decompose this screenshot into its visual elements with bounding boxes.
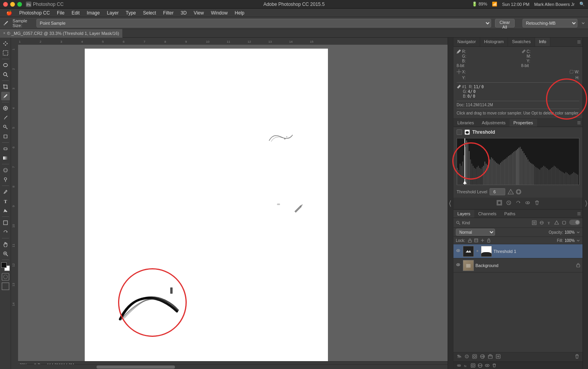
lock-all-icon[interactable] [486, 238, 491, 243]
panel-collapse-right[interactable] [583, 38, 588, 369]
maximize-button[interactable] [17, 2, 22, 7]
link-icon[interactable] [457, 363, 461, 368]
text-tool[interactable]: T [1, 197, 10, 205]
threshold-histogram[interactable] [457, 138, 579, 185]
fill-chevron-icon[interactable] [576, 238, 580, 242]
filter-type-btn[interactable]: T [546, 220, 552, 226]
trash-icon[interactable] [492, 363, 497, 368]
layers-panel-menu-icon[interactable] [577, 212, 581, 216]
minimize-button[interactable] [10, 2, 15, 7]
fx-icon[interactable]: fx [464, 363, 468, 368]
layer-visibility-background[interactable] [456, 262, 461, 268]
quick-mask-button[interactable] [1, 273, 10, 281]
visibility-btn[interactable] [524, 199, 531, 207]
dodge-tool[interactable] [1, 175, 10, 184]
eyedropper-tool[interactable] [1, 92, 10, 100]
panel-menu-icon[interactable] [577, 40, 581, 44]
link-layers-btn[interactable] [457, 354, 461, 360]
doc-tab-close[interactable]: × [3, 31, 5, 35]
menu-window[interactable]: Window [208, 9, 231, 16]
window-controls[interactable]: Ps Photoshop CC [3, 2, 64, 7]
tab-adjustments[interactable]: Adjustments [478, 119, 510, 127]
blur-tool[interactable] [1, 166, 10, 175]
move-tool[interactable] [1, 39, 10, 48]
sample-size-select[interactable]: Point Sample [36, 19, 491, 27]
filter-adjust-btn[interactable] [539, 220, 545, 226]
new-layer-btn[interactable] [496, 354, 501, 360]
delete-layer-btn[interactable] [575, 354, 579, 360]
search-icon[interactable]: 🔍 [579, 2, 585, 7]
filter-pixel-btn[interactable] [531, 220, 537, 226]
tab-libraries[interactable]: Libraries [453, 119, 478, 127]
filter-shape-btn[interactable] [553, 220, 560, 226]
clear-all-button[interactable]: Clear All [495, 19, 515, 27]
horizontal-scrollbar[interactable] [18, 364, 448, 369]
history-brush-tool[interactable] [1, 132, 10, 141]
opacity-chevron-icon[interactable] [576, 230, 580, 234]
shape-tool[interactable] [1, 218, 10, 227]
threshold-level-input[interactable] [490, 188, 505, 195]
menu-3d[interactable]: 3D [178, 9, 190, 16]
rotate-3d-tool[interactable] [1, 228, 10, 236]
brush-tool[interactable] [1, 113, 10, 122]
eraser-tool[interactable] [1, 144, 10, 153]
new-adjustment-btn[interactable] [480, 354, 485, 360]
menu-layer[interactable]: Layer [104, 9, 122, 16]
gradient-tool[interactable] [1, 154, 10, 162]
filter-smartobj-btn[interactable] [561, 220, 567, 226]
settings-icon[interactable] [515, 189, 522, 195]
lasso-tool[interactable] [1, 61, 10, 69]
color-swatches[interactable] [1, 262, 10, 271]
panel-collapse-left[interactable] [448, 38, 453, 369]
crop-tool[interactable] [1, 82, 10, 91]
new-group-btn[interactable] [488, 354, 493, 360]
menu-type[interactable]: Type [122, 9, 139, 16]
add-mask-btn[interactable] [472, 354, 477, 360]
screen-mode-button[interactable] [1, 282, 10, 291]
menu-filter[interactable]: Filter [160, 9, 177, 16]
spot-heal-tool[interactable] [1, 104, 10, 113]
lock-image-icon[interactable] [474, 238, 479, 243]
reset-btn[interactable] [515, 199, 522, 207]
tab-swatches[interactable]: Swatches [508, 38, 535, 46]
tab-info[interactable]: Info [535, 38, 550, 46]
clone-stamp-tool[interactable] [1, 123, 10, 131]
quick-select-tool[interactable] [1, 70, 10, 79]
clip-to-layer-btn[interactable] [496, 199, 503, 207]
lock-transparent-icon[interactable] [468, 238, 472, 243]
menu-file[interactable]: File [54, 9, 67, 16]
tab-histogram[interactable]: Histogram [480, 38, 508, 46]
delete-btn[interactable] [533, 199, 541, 207]
marquee-tool[interactable] [1, 49, 10, 57]
tab-channels[interactable]: Channels [474, 210, 500, 218]
menu-help[interactable]: Help [231, 9, 248, 16]
scrollbar-thumb[interactable] [96, 365, 175, 369]
close-button[interactable] [3, 2, 8, 7]
lock-move-icon[interactable] [480, 238, 485, 243]
document-tab[interactable]: × © _MG_0357.CR2 @ 33.3% (Threshold 1, L… [0, 29, 123, 38]
menu-image[interactable]: Image [84, 9, 103, 16]
filter-toggle[interactable] [569, 220, 580, 225]
props-panel-menu-icon[interactable] [577, 121, 581, 125]
layer-visibility-threshold[interactable] [456, 248, 461, 254]
eye-icon[interactable] [485, 363, 490, 368]
canvas-content[interactable] [18, 45, 448, 361]
menu-photoshop[interactable]: Photoshop CC [16, 9, 53, 16]
blend-mode-select[interactable]: Normal [456, 229, 495, 236]
tab-paths[interactable]: Paths [501, 210, 519, 218]
tab-properties[interactable]: Properties [510, 119, 537, 127]
add-style-btn[interactable]: f [464, 354, 469, 360]
menu-view[interactable]: View [191, 9, 207, 16]
tab-layers[interactable]: Layers [453, 210, 474, 218]
menu-select[interactable]: Select [140, 9, 159, 16]
pen-tool[interactable] [1, 187, 10, 196]
layer-item-threshold[interactable]: Threshold 1 [453, 244, 583, 258]
hand-tool[interactable] [1, 240, 10, 249]
layer-item-background[interactable]: Background [453, 258, 583, 273]
adjustment-icon[interactable] [478, 363, 482, 368]
menu-apple[interactable]: 🍎 [3, 9, 15, 16]
tab-navigator[interactable]: Navigator [453, 38, 480, 46]
mask2-icon[interactable] [471, 363, 475, 368]
preset-select[interactable]: Retouching-MB [522, 19, 577, 27]
zoom-tool[interactable] [1, 249, 10, 258]
